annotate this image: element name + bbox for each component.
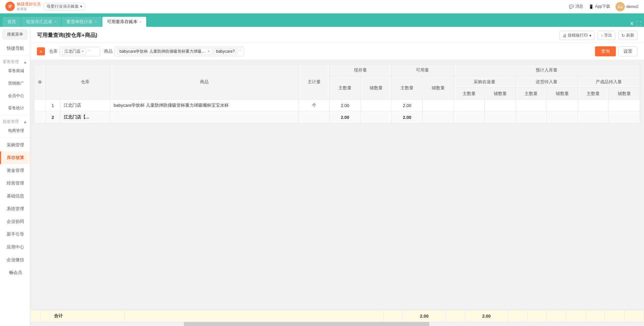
sidebar-search-area: 搜索菜单 — [0, 27, 30, 42]
refresh-icon: ↻ — [622, 33, 625, 38]
table-footer-area: 合计 2.00 2.00 — [30, 310, 644, 326]
cell-purchase-aux-1 — [485, 111, 516, 123]
table-row: 1 江北门店 babycare学饮杯 儿童防摔防撞吸管杯重力球吸嘴杯宝宝水杯 个… — [35, 100, 640, 111]
tab-receive-send-close[interactable]: × — [54, 20, 56, 24]
sidebar-item-quick-nav[interactable]: 快捷导航 — [0, 42, 30, 55]
warehouse-tag-0-close[interactable]: × — [82, 49, 84, 54]
settings-btn[interactable]: 设置 — [619, 46, 637, 56]
refresh-label: 刷新 — [626, 33, 634, 38]
th-settings[interactable]: ⚙ — [35, 64, 46, 100]
footer-inbound-aux — [586, 310, 605, 322]
page-title: 可用量查询(按仓库+商品) — [37, 32, 97, 39]
sidebar-group-retail[interactable]: 零售管理 ▲ — [0, 56, 30, 65]
sidebar-item-member-plus[interactable]: 畅会员 — [0, 266, 30, 279]
tab-order-stats-label: 要货单统计表 — [66, 19, 93, 25]
query-btn[interactable]: 查询 — [595, 46, 616, 56]
logo-icon: 好 — [5, 2, 15, 11]
tab-receive-send[interactable]: 收发存汇总表 × — [21, 17, 61, 27]
sidebar-group-retail-items: 零售商城 营销推广 会员中心 零售统计 — [0, 65, 30, 114]
message-icon: 💬 — [569, 4, 574, 9]
logo-text: 畅捷通好生意 — [17, 2, 41, 6]
cell-available-aux-0 — [423, 100, 454, 111]
tenant-name: 母婴行业演示账套 — [47, 4, 79, 9]
scrollbar-track[interactable] — [30, 322, 644, 326]
print-icon: 🖨 — [562, 33, 567, 38]
filter-expand-btn[interactable]: » — [37, 47, 45, 55]
th-inbound-pending: 进货待入量 — [516, 76, 578, 88]
sidebar-item-app-center[interactable]: 应用中心 — [0, 241, 30, 253]
export-btn[interactable]: ↑ 导出 — [598, 31, 615, 40]
sidebar-item-basic-info[interactable]: 基础信息 — [0, 190, 30, 202]
user-avatar-text: Ea — [618, 5, 623, 9]
sidebar: 搜索菜单 快捷导航 零售管理 ▲ 零售商城 营销推广 会员中心 零售统计 批发管… — [0, 27, 30, 326]
sidebar-group-wholesale[interactable]: 批发管理 ▲ — [0, 116, 30, 125]
sidebar-item-finance[interactable]: 资金管理 — [0, 164, 30, 177]
print-label: 按模板打印 — [568, 33, 588, 38]
sidebar-quick-nav-label: 快捷导航 — [7, 46, 24, 51]
tab-order-stats[interactable]: 要货单统计表 × — [62, 17, 101, 27]
product-ellipsis[interactable]: ··· — [238, 48, 242, 55]
sidebar-item-wechat[interactable]: 企业微信 — [0, 253, 30, 266]
sidebar-item-marketing[interactable]: 营销推广 — [0, 77, 30, 90]
cell-warehouse-1: 江北门店【... — [60, 111, 110, 123]
warehouse-tag-0: 江北门店 × — [62, 48, 86, 55]
scrollbar-thumb[interactable] — [184, 322, 429, 326]
top-bar-left: 好 畅捷通好生意 标准版 母婴行业演示账套 ▾ — [5, 2, 85, 11]
cell-settings-0 — [35, 100, 46, 111]
sidebar-item-enterprise[interactable]: 企业协同 — [0, 215, 30, 228]
sidebar-item-operations[interactable]: 经营管理 — [0, 177, 30, 190]
sidebar-item-operations-label: 经营管理 — [7, 181, 24, 186]
footer-cell-empty1 — [31, 310, 41, 322]
sidebar-item-retail-mall[interactable]: 零售商城 — [0, 65, 30, 77]
th-warehouse: 仓库 — [60, 64, 110, 100]
sidebar-item-purchase[interactable]: 采购管理 — [0, 139, 30, 151]
maximize-btn[interactable]: ⛶ — [636, 21, 641, 27]
sidebar-item-newbie[interactable]: 新手引导 — [0, 228, 30, 241]
top-bar-right: 💬 消息 📱 App下载 Ea demo2 — [569, 2, 639, 11]
footer-available-main: 2.00 — [465, 310, 508, 322]
sidebar-item-system[interactable]: 系统管理 — [0, 202, 30, 215]
tab-available-stock[interactable]: 可用量库存账本 × — [102, 17, 146, 27]
th-purchase-aux: 辅数量 — [485, 88, 516, 100]
cell-inbound-aux-1 — [547, 111, 578, 123]
user-menu[interactable]: Ea demo2 — [615, 2, 639, 11]
sidebar-item-wechat-label: 企业微信 — [7, 257, 24, 262]
close-all-tabs-btn[interactable]: ✕ — [630, 20, 634, 27]
export-icon: ↑ — [601, 33, 603, 38]
sidebar-item-inventory[interactable]: 库存核算 — [0, 151, 30, 164]
product-tag-0-close[interactable]: × — [208, 49, 210, 54]
footer-available-aux — [508, 310, 527, 322]
sidebar-item-ecommerce[interactable]: 电商管理 — [0, 125, 30, 137]
cell-current-aux-1 — [361, 111, 392, 123]
tab-order-stats-close[interactable]: × — [95, 20, 97, 24]
warehouse-tags[interactable]: 江北门店 × ··· — [60, 47, 100, 56]
product-label: 商品 — [104, 48, 113, 54]
app-download-btn[interactable]: 📱 App下载 — [589, 4, 610, 9]
logo-area: 好 畅捷通好生意 标准版 — [5, 2, 41, 11]
sidebar-item-retail-stats[interactable]: 零售统计 — [0, 102, 30, 114]
cell-product-1 — [110, 111, 298, 123]
message-btn[interactable]: 💬 消息 — [569, 4, 583, 9]
sidebar-group-retail-label: 零售管理 — [3, 59, 19, 65]
sidebar-group-wholesale-chevron: ▲ — [23, 120, 27, 124]
cell-current-aux-0 — [361, 100, 392, 111]
table-row: 2 江北门店【... 2.00 2.00 — [35, 111, 640, 123]
th-inbound-main: 主数量 — [516, 88, 547, 100]
refresh-btn[interactable]: ↻ 刷新 — [619, 31, 637, 40]
warehouse-ellipsis[interactable]: ··· — [88, 48, 91, 55]
footer-unit-empty — [383, 310, 403, 322]
sidebar-search-btn[interactable]: 搜索菜单 — [3, 30, 27, 39]
warehouse-label: 仓库 — [49, 48, 58, 54]
footer-table: 合计 2.00 2.00 — [30, 310, 644, 322]
logo-text-block: 畅捷通好生意 标准版 — [17, 2, 41, 11]
tab-available-stock-close[interactable]: × — [140, 20, 142, 24]
cell-inbound-aux-0 — [547, 100, 578, 111]
cell-inbound-main-1 — [516, 111, 547, 123]
cell-purchase-aux-0 — [485, 100, 516, 111]
tenant-selector[interactable]: 母婴行业演示账套 ▾ — [44, 3, 85, 10]
product-tags[interactable]: babycare学饮杯 儿童防摔防撞吸管杯重力球吸嘴杯宝宝水杯 × babyca… — [115, 47, 244, 56]
tab-home[interactable]: 首页 — [3, 17, 21, 27]
print-btn[interactable]: 🖨 按模板打印 ▾ — [559, 31, 594, 40]
th-product: 商品 — [110, 64, 298, 100]
sidebar-item-member[interactable]: 会员中心 — [0, 90, 30, 102]
